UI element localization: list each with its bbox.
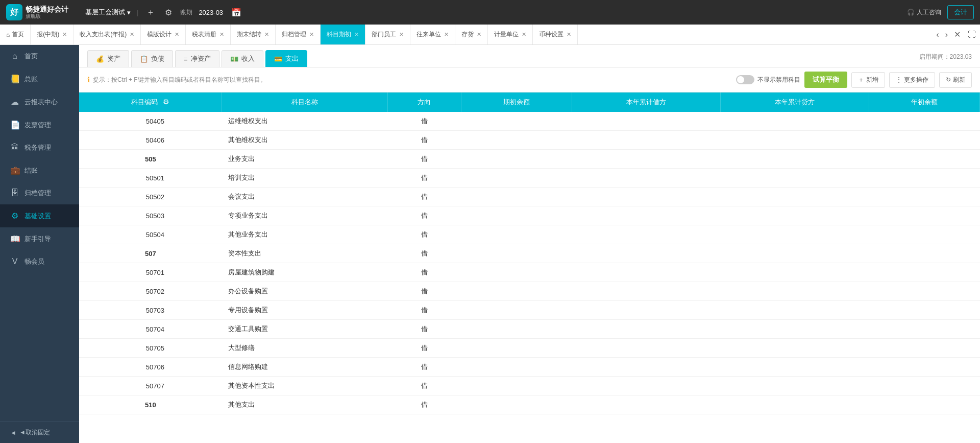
- cell-ytd-debit: [572, 225, 721, 244]
- cell-name: 业务支出: [222, 150, 388, 169]
- sidebar-item-report-center[interactable]: ☁ 云报表中心: [0, 90, 79, 113]
- tab-template[interactable]: 模版设计 ✕: [141, 25, 186, 44]
- tab-home[interactable]: ⌂ 首页: [0, 25, 31, 44]
- col-name: 科目名称: [222, 92, 388, 112]
- sidebar-item-home[interactable]: ⌂ 首页: [0, 45, 79, 67]
- table-row[interactable]: 510 其他支出 借: [79, 395, 980, 414]
- tab-close-icon[interactable]: ✕: [354, 31, 359, 38]
- toggle-disabled-subjects[interactable]: 不显示禁用科目: [736, 75, 800, 84]
- cell-name: 专项业务支出: [222, 206, 388, 225]
- tab-close-icon[interactable]: ✕: [477, 31, 481, 38]
- sidebar-item-basic-settings[interactable]: ⚙ 基础设置: [0, 204, 79, 227]
- table-row[interactable]: 50701 房屋建筑物购建 借: [79, 263, 980, 282]
- table-row[interactable]: 50704 交通工具购置 借: [79, 320, 980, 339]
- tab-report-mid[interactable]: 报(中期) ✕: [31, 25, 74, 44]
- cell-name: 其他资本性支出: [222, 377, 388, 395]
- sub-tab-income[interactable]: 💵 收入: [222, 50, 263, 67]
- tab-next-button[interactable]: ›: [942, 30, 951, 39]
- column-settings-icon[interactable]: ⚙: [163, 98, 169, 106]
- tab-currency[interactable]: 币种设置 ✕: [533, 25, 578, 44]
- table-row[interactable]: 50705 大型修缮 借: [79, 339, 980, 358]
- tab-archive[interactable]: 归档管理 ✕: [276, 25, 321, 44]
- calendar-icon[interactable]: 📅: [229, 6, 243, 19]
- tab-expand-button[interactable]: ⛶: [964, 30, 980, 39]
- table-row[interactable]: 50405 运维维权支出 借: [79, 112, 980, 131]
- project-name[interactable]: 基层工会测试 ▾: [85, 8, 131, 17]
- tab-tax[interactable]: 税表清册 ✕: [186, 25, 231, 44]
- service-button[interactable]: 🎧 人工咨询: [907, 8, 941, 17]
- cell-ytd-debit: [572, 358, 721, 377]
- header-center: 基层工会测试 ▾ | ＋ ⚙ 账期 2023-03 📅: [85, 5, 907, 20]
- tab-close-icon[interactable]: ✕: [522, 31, 526, 38]
- sub-tab-net-asset[interactable]: ≡ 净资产: [175, 50, 219, 67]
- sidebar-item-general-ledger[interactable]: 📒 总账: [0, 67, 79, 90]
- tab-close-icon[interactable]: ✕: [130, 31, 134, 38]
- archive-icon: 🗄: [10, 189, 19, 198]
- sidebar-collapse-button[interactable]: ◄ ◄取消固定: [0, 422, 79, 443]
- table-row[interactable]: 50502 会议支出 借: [79, 188, 980, 206]
- tab-close-icon[interactable]: ✕: [264, 31, 269, 38]
- table-row[interactable]: 50504 其他业务支出 借: [79, 225, 980, 244]
- cell-ytd-debit: [572, 131, 721, 150]
- tab-dept-staff[interactable]: 部门员工 ✕: [365, 25, 410, 44]
- sidebar-item-tax[interactable]: 🏛 税务管理: [0, 136, 79, 159]
- sidebar-item-guide[interactable]: 📖 新手引导: [0, 227, 79, 250]
- tab-close-icon[interactable]: ✕: [309, 31, 314, 38]
- sidebar-item-member[interactable]: V 畅会员: [0, 250, 79, 273]
- table-row[interactable]: 50406 其他维权支出 借: [79, 131, 980, 150]
- cell-ytd-debit: [572, 339, 721, 358]
- table-row[interactable]: 507 资本性支出 借: [79, 244, 980, 263]
- cell-ytd-credit: [720, 131, 869, 150]
- table-row[interactable]: 50707 其他资本性支出 借: [79, 377, 980, 395]
- tab-inventory[interactable]: 存货 ✕: [455, 25, 488, 44]
- tab-unit[interactable]: 计量单位 ✕: [488, 25, 533, 44]
- add-button[interactable]: ＋ 新增: [851, 72, 885, 88]
- table-row[interactable]: 50702 办公设备购置 借: [79, 282, 980, 301]
- sidebar-item-archive[interactable]: 🗄 归档管理: [0, 182, 79, 204]
- sub-tab-asset[interactable]: 💰 资产: [87, 50, 129, 67]
- table-row[interactable]: 50501 培训支出 借: [79, 169, 980, 188]
- table-row[interactable]: 50503 专项业务支出 借: [79, 206, 980, 225]
- tab-close-icon[interactable]: ✕: [399, 31, 404, 38]
- cell-year-begin: [869, 244, 979, 263]
- cell-direction: 借: [387, 320, 461, 339]
- tab-subject-init[interactable]: 科目期初 ✕: [321, 25, 365, 44]
- refresh-button[interactable]: ↻ 刷新: [939, 72, 972, 88]
- table-row[interactable]: 505 业务支出 借: [79, 150, 980, 169]
- add-tab-button[interactable]: ＋: [144, 5, 157, 20]
- tab-close-all-button[interactable]: ✕: [951, 30, 964, 39]
- sub-tab-liability[interactable]: 📋 负债: [131, 50, 173, 67]
- cell-name: 房屋建筑物购建: [222, 263, 388, 282]
- settings-button[interactable]: ⚙: [163, 6, 174, 19]
- asset-icon: 💰: [96, 55, 104, 63]
- cell-ytd-debit: [572, 150, 721, 169]
- cell-year-begin: [869, 358, 979, 377]
- toggle-switch[interactable]: [736, 75, 754, 84]
- tab-close-icon[interactable]: ✕: [62, 31, 67, 38]
- sub-tab-expenditure[interactable]: 💳 支出: [265, 50, 307, 67]
- table-row[interactable]: 50706 信息网络购建 借: [79, 358, 980, 377]
- tab-close-icon[interactable]: ✕: [444, 31, 449, 38]
- cell-period-balance: [461, 112, 572, 131]
- cell-year-begin: [869, 206, 979, 225]
- balance-button[interactable]: 试算平衡: [804, 72, 847, 88]
- cell-name: 其他业务支出: [222, 225, 388, 244]
- more-button[interactable]: ⋮ 更多操作: [889, 72, 935, 88]
- tab-close-icon[interactable]: ✕: [567, 31, 571, 38]
- cell-code: 510: [79, 395, 222, 414]
- tab-close-icon[interactable]: ✕: [219, 31, 224, 38]
- sidebar-item-settlement[interactable]: 💼 结账: [0, 159, 79, 182]
- table-row[interactable]: 50703 专用设备购置 借: [79, 301, 980, 320]
- sidebar-item-invoice[interactable]: 📄 发票管理: [0, 113, 79, 136]
- cell-period-balance: [461, 188, 572, 206]
- tab-prev-button[interactable]: ‹: [933, 30, 942, 39]
- cell-year-begin: [869, 112, 979, 131]
- tab-income-annual[interactable]: 收入支出表(年报) ✕: [74, 25, 141, 44]
- member-icon: V: [10, 257, 19, 266]
- tab-close-icon[interactable]: ✕: [175, 31, 179, 38]
- account-button[interactable]: 会计: [947, 5, 974, 19]
- cell-direction: 借: [387, 395, 461, 414]
- tab-period-end[interactable]: 期末结转 ✕: [231, 25, 276, 44]
- tab-counterparty[interactable]: 往来单位 ✕: [410, 25, 455, 44]
- cell-year-begin: [869, 377, 979, 395]
